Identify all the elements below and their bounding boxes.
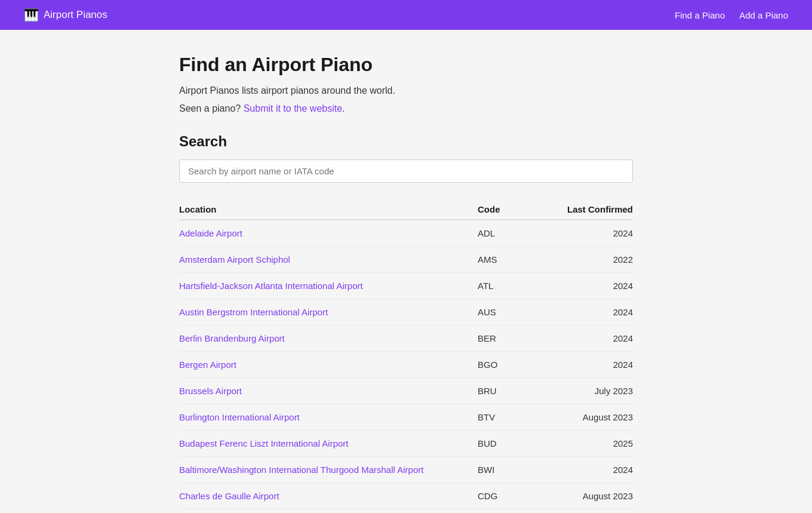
cell-code: BGO <box>478 352 537 378</box>
cell-last-confirmed: 2024 <box>537 325 633 352</box>
cell-last-confirmed: 2024 <box>537 220 633 247</box>
search-section-title: Search <box>179 133 633 150</box>
airport-link[interactable]: Berlin Brandenburg Airport <box>179 333 285 343</box>
cell-location: Berlin Brandenburg Airport <box>179 325 478 352</box>
cell-location: Ciampino-G. B. Pastine International Air… <box>179 509 478 514</box>
cell-code: BTV <box>478 404 537 431</box>
col-header-location: Location <box>179 199 478 220</box>
cell-location: Hartsfield-Jackson Atlanta International… <box>179 273 478 299</box>
find-piano-link[interactable]: Find a Piano <box>675 10 725 20</box>
table-row: Ciampino-G. B. Pastine International Air… <box>179 509 633 514</box>
cell-code: CIA <box>478 509 537 514</box>
airport-link[interactable]: Amsterdam Airport Schiphol <box>179 254 290 265</box>
table-row: Berlin Brandenburg AirportBER2024 <box>179 325 633 352</box>
cell-location: Austin Bergstrom International Airport <box>179 299 478 325</box>
table-row: Charles de Gaulle AirportCDGAugust 2023 <box>179 483 633 509</box>
table-row: Baltimore/Washington International Thurg… <box>179 457 633 483</box>
cell-last-confirmed: July 2023 <box>537 378 633 404</box>
add-piano-link[interactable]: Add a Piano <box>739 10 788 20</box>
brand-link[interactable]: 🎹 Airport Pianos <box>24 8 107 22</box>
piano-icon: 🎹 <box>24 8 39 22</box>
navbar-links: Find a Piano Add a Piano <box>675 10 788 20</box>
col-header-code: Code <box>478 199 537 220</box>
airport-link[interactable]: Baltimore/Washington International Thurg… <box>179 465 423 475</box>
table-row: Brussels AirportBRUJuly 2023 <box>179 378 633 404</box>
cell-location: Bergen Airport <box>179 352 478 378</box>
cell-location: Amsterdam Airport Schiphol <box>179 247 478 273</box>
table-row: Budapest Ferenc Liszt International Airp… <box>179 431 633 457</box>
cell-last-confirmed: 2024 <box>537 457 633 483</box>
airport-link[interactable]: Brussels Airport <box>179 386 242 396</box>
cell-last-confirmed: August 2023 <box>537 483 633 509</box>
main-content: Find an Airport Piano Airport Pianos lis… <box>167 30 645 513</box>
cell-code: CDG <box>478 483 537 509</box>
page-title: Find an Airport Piano <box>179 54 633 76</box>
cell-location: Adelaide Airport <box>179 220 478 247</box>
airport-link[interactable]: Burlington International Airport <box>179 412 300 422</box>
cell-last-confirmed: 2024 <box>537 299 633 325</box>
navbar: 🎹 Airport Pianos Find a Piano Add a Pian… <box>0 0 812 30</box>
cell-code: BWI <box>478 457 537 483</box>
cell-code: AUS <box>478 299 537 325</box>
airport-link[interactable]: Austin Bergstrom International Airport <box>179 307 328 317</box>
table-row: Austin Bergstrom International AirportAU… <box>179 299 633 325</box>
search-input[interactable] <box>179 159 633 183</box>
table-header-row: Location Code Last Confirmed <box>179 199 633 220</box>
airport-link[interactable]: Adelaide Airport <box>179 228 242 238</box>
table-row: Hartsfield-Jackson Atlanta International… <box>179 273 633 299</box>
cell-code: ATL <box>478 273 537 299</box>
cell-last-confirmed: July 2022 <box>537 509 633 514</box>
table-row: Amsterdam Airport SchipholAMS2022 <box>179 247 633 273</box>
table-row: Burlington International AirportBTVAugus… <box>179 404 633 431</box>
cell-code: BUD <box>478 431 537 457</box>
airport-link[interactable]: Charles de Gaulle Airport <box>179 491 279 501</box>
cell-code: AMS <box>478 247 537 273</box>
cell-location: Baltimore/Washington International Thurg… <box>179 457 478 483</box>
cell-code: BER <box>478 325 537 352</box>
table-row: Bergen AirportBGO2024 <box>179 352 633 378</box>
cell-location: Brussels Airport <box>179 378 478 404</box>
cell-last-confirmed: 2024 <box>537 352 633 378</box>
cell-last-confirmed: 2024 <box>537 273 633 299</box>
cell-last-confirmed: 2025 <box>537 431 633 457</box>
table-row: Adelaide AirportADL2024 <box>179 220 633 247</box>
cell-last-confirmed: August 2023 <box>537 404 633 431</box>
airports-table: Location Code Last Confirmed Adelaide Ai… <box>179 199 633 513</box>
cell-last-confirmed: 2022 <box>537 247 633 273</box>
seen-piano-label: Seen a piano? <box>179 103 241 113</box>
cell-location: Charles de Gaulle Airport <box>179 483 478 509</box>
submit-link[interactable]: Submit it to the website <box>244 103 342 113</box>
airport-link[interactable]: Budapest Ferenc Liszt International Airp… <box>179 438 349 449</box>
col-header-last-confirmed: Last Confirmed <box>537 199 633 220</box>
seen-piano-text: Seen a piano? Submit it to the website. <box>179 103 633 114</box>
airport-link[interactable]: Hartsfield-Jackson Atlanta International… <box>179 281 363 291</box>
cell-code: BRU <box>478 378 537 404</box>
brand-label: Airport Pianos <box>44 9 107 21</box>
cell-location: Budapest Ferenc Liszt International Airp… <box>179 431 478 457</box>
cell-location: Burlington International Airport <box>179 404 478 431</box>
airport-link[interactable]: Bergen Airport <box>179 360 236 370</box>
description: Airport Pianos lists airport pianos arou… <box>179 85 633 96</box>
cell-code: ADL <box>478 220 537 247</box>
